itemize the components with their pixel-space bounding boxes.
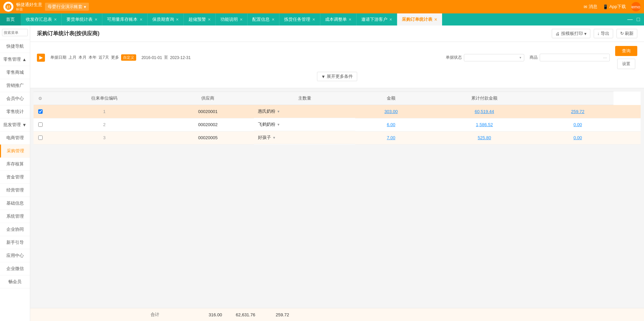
close-tab-peizhi[interactable]: × (272, 17, 274, 22)
shortcut-7days[interactable]: 近7天 (99, 55, 109, 60)
cell-quantity[interactable]: 7.00 (355, 131, 427, 144)
tab-kuyun[interactable]: 可用量库存账本 × (102, 13, 147, 25)
row-checkbox[interactable] (38, 136, 43, 140)
sidebar-item-huiyuanzhongxin[interactable]: 会员中心 (0, 92, 30, 105)
tab-shoufayuhui[interactable]: 收发存汇总表 × (21, 13, 62, 25)
goods-more-btn[interactable]: ··· (603, 55, 607, 60)
tab-caigou[interactable]: 采购订单统计表 × (397, 13, 442, 25)
row-checkbox[interactable] (38, 122, 43, 127)
shortcut-last-month[interactable]: 上月 (68, 55, 76, 60)
expand-conditions-btn[interactable]: ▼ 展开更多条件 (317, 72, 358, 81)
sidebar-item-changhui[interactable]: 畅会员 (0, 275, 30, 288)
date-from: 2016-01-01 (142, 55, 162, 60)
close-tab-chengben[interactable]: × (349, 17, 352, 22)
cell-amount[interactable]: 1,586.52 (427, 118, 542, 131)
sidebar-item-yingxiaotgui[interactable]: 营销推广 (0, 79, 30, 92)
template-print-btn[interactable]: 🖨 按模板打印 ▾ (552, 29, 590, 38)
close-tab-caigou[interactable]: × (434, 17, 437, 22)
tab-yaoqing[interactable]: 邀请下游客户 × (357, 13, 397, 25)
table-footer: 合计 316.00 62,631.76 259.72 (30, 308, 644, 321)
sidebar-item-lingshoshangcheng[interactable]: 零售商城 (0, 66, 30, 79)
cell-checkbox[interactable] (34, 131, 47, 144)
cell-extra (613, 105, 641, 118)
data-table: ⚙ 往来单位编码 供应商 主数量 金额 累计付款金额 (34, 92, 641, 145)
avatar[interactable]: demo2 (631, 2, 641, 11)
sidebar-item-xinshouyindao[interactable]: 新手引导 (0, 236, 30, 249)
sidebar-item-pifaguanli[interactable]: 批发管理 ▼ (0, 118, 30, 131)
sidebar-item-qiyeweixin[interactable]: 企业微信 (0, 262, 30, 275)
row-checkbox[interactable] (38, 109, 43, 114)
close-tab-yaoqing[interactable]: × (389, 17, 392, 22)
minimize-btn[interactable]: — (626, 16, 634, 23)
sidebar-item-kuaijiaouhang[interactable]: 快捷导航 (0, 40, 30, 53)
close-tab-huohuo[interactable]: × (312, 17, 315, 22)
status-input[interactable] (467, 55, 520, 60)
expand-row-icon[interactable]: ▼ (272, 136, 276, 140)
cell-checkbox[interactable] (34, 105, 47, 118)
status-input-wrap[interactable]: ▾ (464, 54, 524, 61)
query-btn[interactable]: 查询 (615, 46, 637, 56)
cell-quantity[interactable]: 6.00 (355, 118, 427, 131)
shortcut-more[interactable]: 更多 (111, 55, 119, 60)
tab-peizhi[interactable]: 配置信息 × (248, 13, 279, 25)
goods-input[interactable] (543, 55, 603, 60)
refresh-btn[interactable]: ↻ 刷新 (616, 29, 637, 38)
message-btn[interactable]: ✉ 消息 (584, 4, 597, 10)
maximize-btn[interactable]: □ (635, 16, 641, 23)
close-tab-shoufayuhui[interactable]: × (54, 17, 57, 22)
close-tab-baoqi[interactable]: × (176, 17, 179, 22)
sidebar-item-zijinguanli[interactable]: 资金管理 (0, 171, 30, 184)
close-tab-kuyun[interactable]: × (140, 17, 142, 22)
cell-quantity[interactable]: 303.00 (355, 105, 427, 118)
sidebar-item-xitongguanli[interactable]: 系统管理 (0, 210, 30, 223)
cell-index: 1 (47, 105, 162, 118)
expand-row-icon[interactable]: ▼ (277, 110, 280, 113)
cell-paid[interactable]: 259.72 (542, 105, 613, 118)
page-title: 采购订单统计表(按供应商) (37, 30, 100, 37)
table-row[interactable]: 1 00020001 惠氏奶粉▼ 303.00 60,519.44 259.72 (34, 105, 641, 118)
sidebar-item-qiyexietong[interactable]: 企业协同 (0, 223, 30, 236)
close-tab-gongneng[interactable]: × (240, 17, 243, 22)
sidebar-item-dianshanguanli[interactable]: 电商管理 (0, 131, 30, 145)
expand-row-icon[interactable]: ▼ (277, 123, 280, 126)
table-row[interactable]: 3 00020005 好孩子▼ 7.00 525.80 0.00 (34, 131, 641, 144)
tab-yaohuo[interactable]: 要货单统计表 × (62, 13, 102, 25)
tab-huohuo[interactable]: 拣货任务管理 × (279, 13, 320, 25)
close-tab-chaochuyujing[interactable]: × (208, 17, 211, 22)
sidebar-item-jichuxinxi[interactable]: 基础信息 (0, 197, 30, 210)
tab-baoqi[interactable]: 保质期查询 × (148, 13, 184, 25)
shortcut-this-year[interactable]: 本年 (89, 55, 97, 60)
sidebar-item-jingyingguanli[interactable]: 经营管理 (0, 184, 30, 197)
cell-amount[interactable]: 525.80 (427, 131, 542, 144)
sidebar-item-lingshoguanli[interactable]: 零售管理 ▲ (0, 53, 30, 66)
filter-goods-field: 商品 ··· (530, 54, 610, 61)
tab-chaochuyujing[interactable]: 超储预警 × (184, 13, 216, 25)
cell-paid[interactable]: 0.00 (542, 131, 613, 144)
sidebar-item-caigouguanli[interactable]: 采购管理 (0, 145, 30, 158)
export-btn[interactable]: ↓ 导出 (594, 29, 613, 38)
goods-input-wrap[interactable]: ··· (540, 54, 610, 61)
gear-settings-icon[interactable]: ⚙ (38, 96, 42, 101)
app-download-btn[interactable]: 📱 App下载 (603, 4, 626, 10)
search-input[interactable] (2, 29, 28, 36)
workspace-selector[interactable]: 母婴行业演示账套 ▾ (45, 3, 89, 11)
sidebar-item-sousuocaidan[interactable] (0, 25, 30, 40)
top-bar-left: 好 畅捷通好生意 标题 母婴行业演示账套 ▾ (3, 2, 89, 12)
table-row[interactable]: 2 00020002 飞鹤奶粉▼ 6.00 1,586.52 0.00 (34, 118, 641, 131)
status-dropdown-arrow[interactable]: ▾ (520, 56, 521, 59)
cell-paid[interactable]: 0.00 (542, 118, 613, 131)
date-custom-badge[interactable]: 自定义 (121, 54, 136, 61)
shortcut-this-month[interactable]: 本月 (78, 55, 87, 60)
filter-toggle-btn[interactable]: ▶ (37, 54, 45, 62)
tab-home[interactable]: 首页 (0, 13, 21, 25)
sidebar-item-lingshoutongji[interactable]: 零售统计 (0, 105, 30, 118)
cell-amount[interactable]: 60,519.44 (427, 105, 542, 118)
close-tab-yaohuo[interactable]: × (95, 17, 97, 22)
cell-checkbox[interactable] (34, 118, 47, 131)
sidebar-item-kucunhesuan[interactable]: 库存核算 (0, 158, 30, 171)
chevron-right-icon: ▶ (39, 55, 43, 60)
tab-chengben[interactable]: 成本调整单 × (320, 13, 357, 25)
settings-btn[interactable]: 设置 (617, 59, 635, 69)
tab-gongneng[interactable]: 功能说明 × (216, 13, 248, 25)
sidebar-item-yingyongzhongxin[interactable]: 应用中心 (0, 249, 30, 262)
